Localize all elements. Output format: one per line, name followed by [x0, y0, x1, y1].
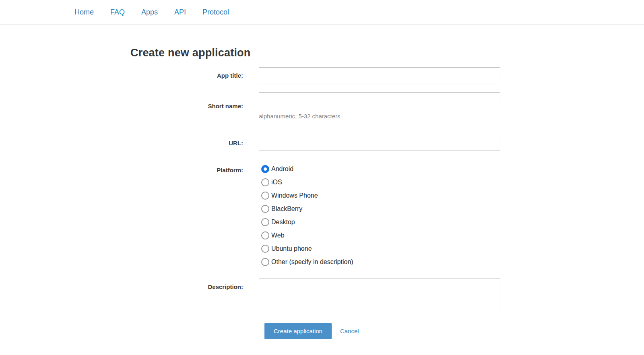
platform-option-label: Other (specify in description): [271, 258, 353, 266]
nav-link-home[interactable]: Home: [74, 8, 94, 16]
radio-unselected-icon[interactable]: [261, 258, 269, 266]
platform-option-label: Android: [271, 165, 293, 173]
description-textarea[interactable]: [259, 279, 500, 313]
platform-option-ubuntu-phone[interactable]: Ubuntu phone: [261, 245, 500, 253]
platform-options: AndroidiOSWindows PhoneBlackBerryDesktop…: [259, 165, 500, 271]
platform-option-other-specify-in-description[interactable]: Other (specify in description): [261, 258, 500, 266]
top-navigation-bar: HomeFAQAppsAPIProtocol: [0, 0, 644, 25]
short-name-hint: alphanumeric, 5-32 characters: [259, 113, 500, 120]
form-row-url: URL:: [74, 135, 570, 151]
platform-option-label: Ubuntu phone: [271, 245, 312, 252]
short-name-label: Short name:: [74, 103, 243, 109]
platform-option-ios[interactable]: iOS: [261, 178, 500, 186]
short-name-input[interactable]: [259, 92, 500, 108]
nav-link-faq[interactable]: FAQ: [110, 8, 125, 16]
form-row-short-name: Short name: alphanumeric, 5-32 character…: [74, 92, 570, 120]
platform-label: Platform:: [74, 165, 243, 173]
platform-option-label: Desktop: [271, 219, 295, 226]
platform-option-label: iOS: [271, 179, 282, 186]
app-title-label: App title:: [74, 72, 243, 79]
create-application-button[interactable]: Create application: [264, 323, 332, 339]
platform-option-label: Windows Phone: [271, 192, 318, 199]
cancel-link[interactable]: Cancel: [340, 328, 359, 334]
platform-option-blackberry[interactable]: BlackBerry: [261, 205, 500, 213]
url-input[interactable]: [259, 135, 500, 151]
description-label: Description:: [74, 279, 243, 290]
radio-unselected-icon[interactable]: [261, 205, 269, 213]
platform-option-web[interactable]: Web: [261, 231, 500, 239]
radio-selected-icon[interactable]: [261, 165, 269, 173]
url-label: URL:: [74, 140, 243, 147]
form-row-platform: Platform: AndroidiOSWindows PhoneBlackBe…: [74, 165, 570, 271]
nav-link-api[interactable]: API: [174, 8, 186, 16]
radio-unselected-icon[interactable]: [261, 218, 269, 226]
form-actions: Create application Cancel: [264, 323, 570, 339]
nav-link-protocol[interactable]: Protocol: [202, 8, 229, 16]
platform-option-label: BlackBerry: [271, 205, 302, 213]
radio-unselected-icon[interactable]: [261, 245, 269, 253]
radio-unselected-icon[interactable]: [261, 231, 269, 239]
form-row-app-title: App title:: [74, 67, 570, 83]
platform-option-android[interactable]: Android: [261, 165, 500, 173]
radio-unselected-icon[interactable]: [261, 192, 269, 200]
platform-option-label: Web: [271, 232, 285, 239]
main-content: Create new application App title: Short …: [74, 25, 570, 339]
app-title-input[interactable]: [259, 67, 500, 83]
nav-links: HomeFAQAppsAPIProtocol: [74, 8, 246, 17]
platform-option-desktop[interactable]: Desktop: [261, 218, 500, 226]
form-row-description: Description:: [74, 279, 570, 315]
platform-option-windows-phone[interactable]: Windows Phone: [261, 192, 500, 200]
nav-link-apps[interactable]: Apps: [141, 8, 158, 16]
page-title: Create new application: [130, 47, 570, 59]
radio-unselected-icon[interactable]: [261, 178, 269, 186]
